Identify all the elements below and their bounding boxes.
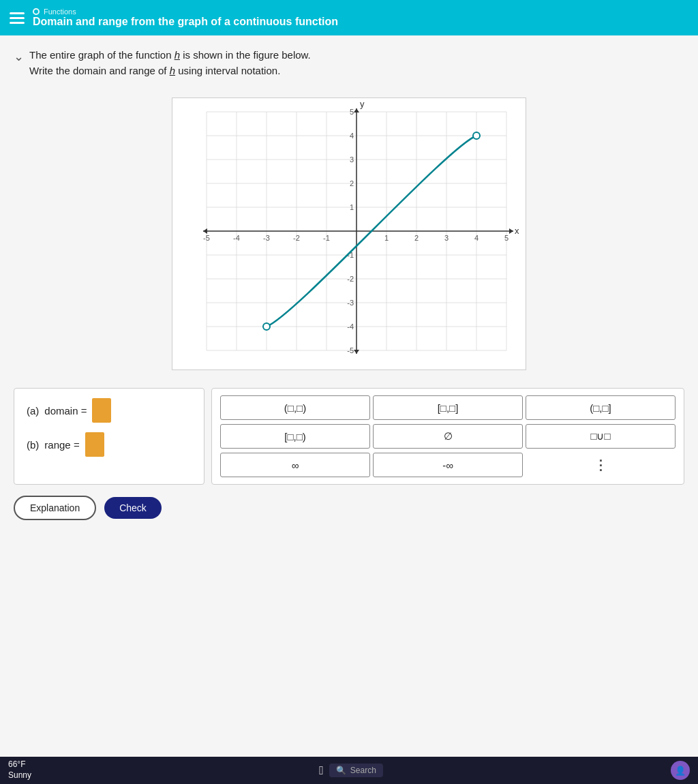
part-a-label: (a) [27,405,39,417]
search-label: Search [350,766,376,775]
question-toggle: ⌄ The entire graph of the function h is … [14,48,684,78]
question-text: The entire graph of the function h is sh… [29,48,311,78]
symbol-panel: (□,□) [□,□] (□,□] [□,□) ∅ □∪□ ∞ -∞ ⋮ [211,388,684,485]
question-text-part4: using interval notation. [178,65,280,76]
symbol-empty-set[interactable]: ∅ [373,424,523,449]
hamburger-icon[interactable] [10,12,25,24]
answer-line-b: (b) range = [27,432,192,457]
symbol-neg-infinity[interactable]: -∞ [373,453,523,477]
range-label: range = [44,439,79,451]
domain-input[interactable] [92,398,111,423]
header-text-block: Functions Domain and range from the grap… [33,7,338,28]
question-text-part1: The entire graph of the function [29,49,174,61]
taskbar-avatar[interactable]: 👤 [671,761,690,780]
taskbar-weather: 66°F Sunny [8,759,31,781]
question-text-part2: is shown in the figure below. [180,49,311,61]
search-box[interactable]: 🔍 Search [329,764,383,777]
symbol-open-open[interactable]: (□,□) [220,395,370,420]
header-subtitle-text: Functions [44,7,76,16]
windows-icon[interactable]:  [319,764,324,778]
answer-line-a: (a) domain = [27,398,192,423]
header-bar: Functions Domain and range from the grap… [0,0,698,35]
symbol-union[interactable]: □∪□ [526,424,676,449]
weather-temp: 66°F [8,759,31,770]
taskbar-center:  🔍 Search [319,764,383,778]
answer-box: (a) domain = (b) range = [14,388,204,485]
main-content: ⌄ The entire graph of the function h is … [0,35,698,757]
question-text-part3: Write the domain and range of [29,65,170,76]
circle-icon [33,8,40,15]
symbol-open-closed[interactable]: (□,□] [526,395,676,420]
header-title: Domain and range from the graph of a con… [33,16,338,28]
explanation-button[interactable]: Explanation [14,496,96,520]
taskbar: 66°F Sunny  🔍 Search 👤 [0,757,698,784]
search-icon: 🔍 [336,766,346,775]
taskbar-right: 👤 [671,761,690,780]
domain-label: domain = [44,405,87,417]
weather-condition: Sunny [8,770,31,781]
header-subtitle: Functions [33,7,338,16]
graph-container [172,97,526,370]
range-input[interactable] [85,432,104,457]
symbol-more-icon[interactable]: ⋮ [526,453,676,477]
symbol-closed-closed[interactable]: [□,□) [220,424,370,449]
part-b-label: (b) [27,439,39,451]
check-button[interactable]: Check [104,497,162,519]
buttons-row: Explanation Check [14,496,684,520]
chevron-down-icon[interactable]: ⌄ [14,49,24,64]
answer-row: (a) domain = (b) range = (□,□) [□,□] (□,… [14,388,684,485]
symbol-closed-open[interactable]: [□,□] [373,395,523,420]
symbol-infinity[interactable]: ∞ [220,453,370,477]
question-function-var: h [174,49,180,61]
